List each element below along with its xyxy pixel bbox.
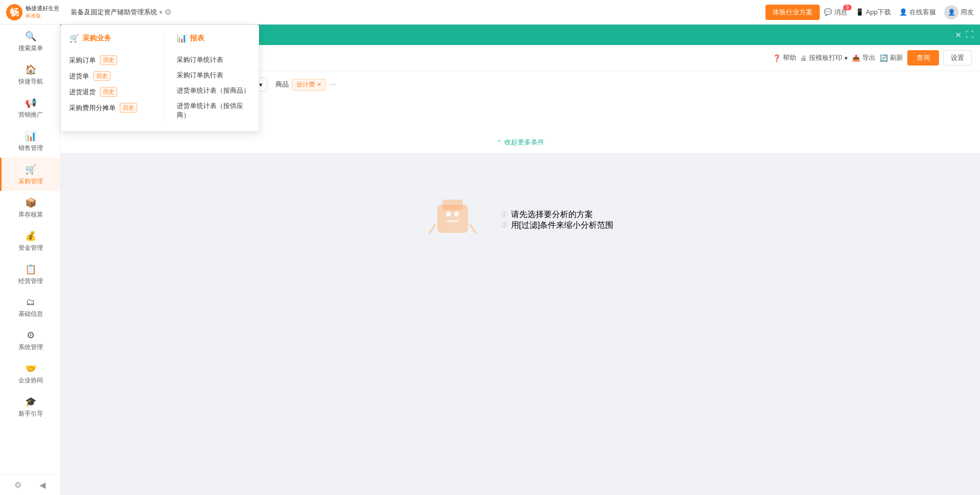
collapse-up-icon: ⌃ bbox=[497, 139, 502, 146]
sidebar-label-search: 搜索菜单 bbox=[18, 44, 43, 53]
settings-icon[interactable]: ⚙ bbox=[164, 7, 172, 17]
svg-rect-1 bbox=[442, 200, 463, 210]
refresh-icon: 🔄 bbox=[880, 54, 888, 62]
title-area: 装备及固定资产辅助管理系统 ▾ ⚙ bbox=[71, 7, 761, 17]
sidebar-label-sales: 销售管理 bbox=[18, 144, 43, 153]
basic-info-icon: 🗂 bbox=[26, 297, 35, 308]
dropdown-item-purchase-order[interactable]: 采购订单 历史 bbox=[69, 52, 143, 68]
dropdown-item-expense[interactable]: 采购费用分摊单 历史 bbox=[69, 100, 143, 116]
product-more-btn[interactable]: ··· bbox=[329, 80, 336, 89]
top-right: 💬 消息 9 📱 App下载 👤 在线客服 👤 用友 bbox=[824, 5, 974, 19]
top-bar: 畅 畅捷通好生意 标准版 装备及固定资产辅助管理系统 ▾ ⚙ 体验行业方案 💬 … bbox=[0, 0, 980, 25]
dropdown-item-inbound[interactable]: 进货单 历史 bbox=[69, 68, 143, 84]
export-btn[interactable]: 📤 导出 bbox=[852, 53, 876, 62]
sidebar-item-inventory[interactable]: 📦 库存核算 bbox=[0, 191, 60, 224]
sidebar-label-quick-nav: 快捷导航 bbox=[18, 77, 43, 86]
sidebar-collapse-btn[interactable]: ◀ bbox=[39, 480, 46, 490]
purchase-icon: 🛒 bbox=[25, 164, 36, 175]
sidebar-item-enterprise[interactable]: 🤝 企业协同 bbox=[0, 357, 60, 390]
sidebar-item-marketing[interactable]: 📢 营销推广 bbox=[0, 91, 60, 124]
sidebar-item-quick-nav[interactable]: 🏠 快捷导航 bbox=[0, 58, 60, 91]
toolbar-right: ❓ 帮助 🖨 按模板打印 ▾ 📤 导出 🔄 刷新 bbox=[773, 50, 972, 66]
service-icon: 👤 bbox=[899, 8, 907, 16]
settings-btn[interactable]: 设置 bbox=[943, 50, 972, 66]
empty-tip1: ① 请先选择要分析的方案 bbox=[501, 209, 614, 220]
collapse-label: 收起更多条件 bbox=[504, 138, 544, 147]
brand-tag: 标准版 bbox=[26, 12, 59, 19]
title-dropdown-icon[interactable]: ▾ bbox=[159, 9, 162, 16]
operation-icon: 📋 bbox=[25, 264, 36, 275]
search-icon: 🔍 bbox=[25, 31, 36, 42]
dropdown-section-report-title: 📊 报表 bbox=[177, 33, 251, 46]
online-service-btn[interactable]: 👤 在线客服 bbox=[899, 8, 936, 17]
print-btn[interactable]: 🖨 按模板打印 ▾ bbox=[800, 53, 848, 62]
content-area: 首页 销售排行榜 ✕ ✕ ⛶ ❓ 帮助 🖨 bbox=[60, 25, 980, 495]
dropdown-item-order-exec[interactable]: 采购订单执行表 bbox=[177, 68, 251, 83]
home-icon: 🏠 bbox=[25, 64, 36, 75]
sidebar-label-purchase: 采购管理 bbox=[18, 177, 43, 186]
sidebar-item-system[interactable]: ⚙ 系统管理 bbox=[0, 324, 60, 357]
purchase-order-history: 历史 bbox=[100, 55, 117, 65]
tabs-actions: ✕ ⛶ bbox=[955, 30, 980, 40]
query-btn[interactable]: 查询 bbox=[907, 50, 939, 66]
return-label: 进货退货 bbox=[69, 88, 96, 97]
product-tag-label: 设计费 bbox=[296, 80, 315, 89]
empty-tip2-text: 用[过滤]条件来缩小分析范围 bbox=[511, 220, 614, 231]
finance-icon: 💰 bbox=[25, 230, 36, 242]
enterprise-icon: 🤝 bbox=[25, 363, 36, 374]
empty-tip2: ② 用[过滤]条件来缩小分析范围 bbox=[501, 220, 614, 231]
message-btn[interactable]: 💬 消息 9 bbox=[824, 8, 847, 17]
product-tag[interactable]: 设计费 ✕ bbox=[292, 79, 326, 91]
collapse-btn[interactable]: ⌃ 收起更多条件 bbox=[497, 138, 544, 147]
app-download-btn[interactable]: 📱 App下载 bbox=[856, 8, 891, 17]
sidebar-item-search[interactable]: 🔍 搜索菜单 bbox=[0, 25, 60, 58]
expense-history: 历史 bbox=[120, 103, 137, 113]
sidebar-settings-btn[interactable]: ⚙ bbox=[14, 480, 22, 490]
help-btn[interactable]: ❓ 帮助 bbox=[773, 53, 796, 62]
dropdown-item-inbound-product[interactable]: 进货单统计表（按商品） bbox=[177, 83, 251, 98]
purchase-section-label: 采购业务 bbox=[82, 34, 111, 43]
avatar: 👤 bbox=[944, 5, 958, 19]
industry-btn[interactable]: 体验行业方案 bbox=[765, 5, 820, 20]
sidebar-item-basic-info[interactable]: 🗂 基础信息 bbox=[0, 291, 60, 324]
purchase-dropdown: 🛒 采购业务 采购订单 历史 进货单 历史 进货退货 历史 采购费用分摊单 bbox=[60, 25, 259, 132]
message-icon: 💬 bbox=[824, 8, 832, 16]
system-title: 装备及固定资产辅助管理系统 bbox=[71, 8, 157, 17]
refresh-label: 刷新 bbox=[890, 53, 903, 62]
svg-line-6 bbox=[471, 225, 476, 233]
product-tag-close[interactable]: ✕ bbox=[317, 81, 322, 88]
help-label: 帮助 bbox=[783, 53, 796, 62]
dropdown-item-return[interactable]: 进货退货 历史 bbox=[69, 84, 143, 100]
dropdown-section-purchase: 🛒 采购业务 采购订单 历史 进货单 历史 进货退货 历史 采购费用分摊单 bbox=[69, 33, 143, 123]
sidebar-item-finance[interactable]: 💰 资金管理 bbox=[0, 224, 60, 257]
dropdown-item-order-stats[interactable]: 采购订单统计表 bbox=[177, 52, 251, 68]
tab-close-btn[interactable]: ✕ bbox=[955, 30, 962, 40]
tab-expand-btn[interactable]: ⛶ bbox=[966, 30, 974, 39]
refresh-btn[interactable]: 🔄 刷新 bbox=[880, 53, 903, 62]
empty-state: ① 请先选择要分析的方案 ② 用[过滤]条件来缩小分析范围 bbox=[60, 154, 980, 287]
product-label: 商品 bbox=[275, 80, 289, 89]
print-dropdown-icon: ▾ bbox=[844, 54, 848, 62]
export-label: 导出 bbox=[862, 53, 876, 62]
sidebar-item-newbie[interactable]: 🎓 新手引导 bbox=[0, 390, 60, 423]
dropdown-section-report: 📊 报表 采购订单统计表 采购订单执行表 进货单统计表（按商品） 进货单统计表（… bbox=[164, 33, 251, 123]
user-area[interactable]: 👤 用友 bbox=[944, 5, 974, 19]
sidebar-item-operation[interactable]: 📋 经营管理 bbox=[0, 257, 60, 291]
main-layout: 🔍 搜索菜单 🏠 快捷导航 📢 营销推广 📊 销售管理 🛒 采购管理 📦 库存核… bbox=[0, 25, 980, 495]
purchase-order-label: 采购订单 bbox=[69, 56, 96, 65]
sidebar-label-newbie: 新手引导 bbox=[18, 410, 43, 418]
order-stats-label: 采购订单统计表 bbox=[177, 55, 223, 64]
return-history: 历史 bbox=[100, 87, 117, 97]
purchase-section-icon: 🛒 bbox=[69, 33, 79, 43]
sidebar-item-sales[interactable]: 📊 销售管理 bbox=[0, 124, 60, 158]
dropdown-item-inbound-supplier[interactable]: 进货单统计表（按供应商） bbox=[177, 98, 251, 123]
print-icon: 🖨 bbox=[800, 54, 807, 62]
sidebar-label-operation: 经营管理 bbox=[18, 277, 43, 286]
logo-icon: 畅 bbox=[6, 4, 23, 20]
report-section-label: 报表 bbox=[190, 34, 204, 43]
phone-icon: 📱 bbox=[856, 8, 864, 16]
report-section-icon: 📊 bbox=[177, 33, 187, 43]
brand-name: 畅捷通好生意 bbox=[26, 5, 59, 12]
sidebar-item-purchase[interactable]: 🛒 采购管理 bbox=[0, 158, 60, 191]
sales-icon: 📊 bbox=[25, 131, 36, 142]
